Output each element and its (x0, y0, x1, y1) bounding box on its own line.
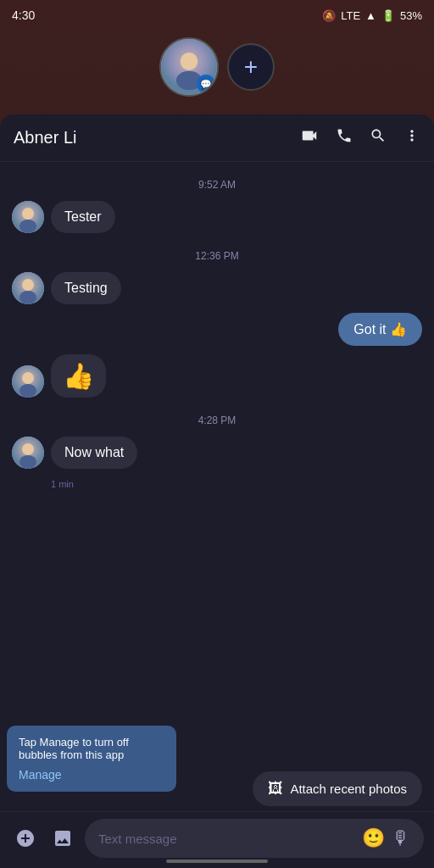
add-bubble-button[interactable]: + (227, 43, 275, 91)
avatar-thumbsup (12, 365, 44, 398)
timestamp-428: 4:28 PM (12, 415, 422, 426)
status-bar: 4:30 🔕 LTE ▲ 🔋 53% (0, 0, 434, 31)
attach-photos-suggestion[interactable]: 🖼 Attach recent photos (253, 771, 422, 806)
messages-area: 9:52 AM Tester 12:36 PM (0, 162, 434, 766)
microphone-icon[interactable]: 🎙 (392, 827, 410, 849)
svg-point-10 (22, 372, 34, 384)
message-bubble-tester: Tester (51, 201, 115, 233)
battery-label: 53% (400, 9, 422, 22)
home-indicator (166, 860, 268, 863)
battery-icon: 🔋 (381, 9, 395, 22)
extras-icon[interactable] (10, 823, 41, 854)
avatar-testing (12, 272, 44, 304)
timestamp-952: 9:52 AM (12, 179, 422, 191)
messages-icon: 💬 (197, 75, 215, 93)
contact-bubble[interactable]: 💬 (159, 37, 219, 97)
timestamp-1236: 12:36 PM (12, 250, 422, 262)
photo-icon: 🖼 (268, 780, 283, 798)
image-attach-icon[interactable] (47, 823, 78, 854)
message-row-tester: Tester (12, 201, 422, 233)
svg-point-5 (19, 220, 36, 233)
signal-label: LTE (341, 9, 360, 22)
header-icons (300, 126, 420, 149)
message-row-gotit: Got it 👍 (12, 313, 422, 346)
message-row-nowwhat: Now what (12, 437, 422, 469)
avatar-tester (12, 201, 44, 233)
manage-button[interactable]: Manage (19, 768, 164, 782)
bubble-row: 💬 + (159, 37, 275, 97)
svg-point-8 (19, 291, 36, 304)
signal-icon: ▲ (365, 9, 376, 22)
message-row-testing: Testing (12, 272, 422, 304)
svg-point-13 (22, 443, 34, 455)
svg-point-1 (181, 53, 198, 70)
emoji-picker-icon[interactable]: 🙂 (362, 827, 385, 849)
more-options-icon[interactable] (403, 127, 420, 148)
chat-header: Abner Li (0, 114, 434, 162)
message-bubble-emoji: 👍 (51, 354, 106, 398)
message-bubble-testing: Testing (51, 272, 121, 304)
svg-point-14 (19, 455, 36, 469)
status-right: 🔕 LTE ▲ 🔋 53% (322, 9, 422, 22)
phone-call-icon[interactable] (336, 127, 353, 148)
message-bubble-nowwhat: Now what (51, 437, 137, 469)
message-bubble-gotit: Got it 👍 (338, 313, 422, 346)
suggestion-label: Attach recent photos (290, 782, 407, 796)
svg-point-4 (22, 208, 34, 220)
video-call-icon[interactable] (300, 126, 319, 149)
svg-point-11 (19, 384, 36, 398)
tooltip-text: Tap Manage to turn off bubbles from this… (19, 736, 129, 761)
search-icon[interactable] (370, 127, 387, 148)
status-time: 4:30 (12, 8, 35, 22)
add-icon: + (244, 53, 258, 81)
text-input-placeholder: Text message (98, 832, 355, 846)
mute-icon: 🔕 (322, 9, 336, 22)
message-time-nowwhat: 1 min (51, 479, 422, 489)
avatar-nowwhat (12, 437, 44, 469)
text-input-container[interactable]: Text message 🙂 🎙 (85, 819, 424, 858)
tooltip-bubble: Tap Manage to turn off bubbles from this… (7, 726, 176, 792)
svg-point-7 (22, 279, 34, 291)
message-row-thumbsup: 👍 (12, 354, 422, 398)
contact-name: Abner Li (14, 128, 300, 147)
